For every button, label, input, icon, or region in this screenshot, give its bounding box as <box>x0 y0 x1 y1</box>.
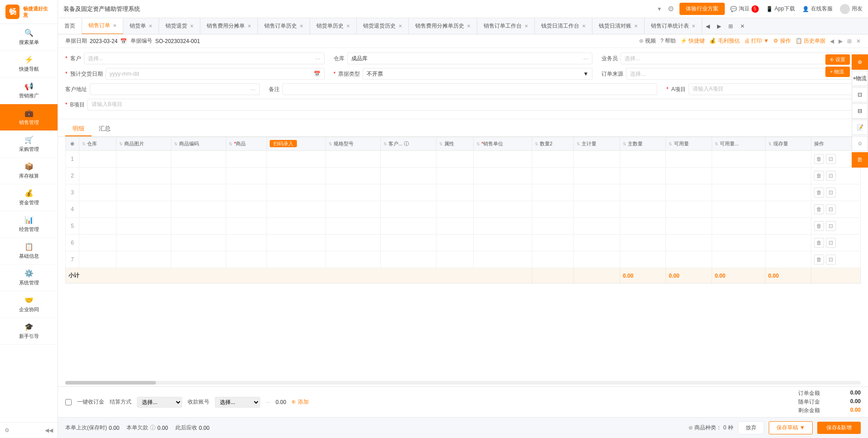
address-dots[interactable]: ··· <box>250 86 256 93</box>
logistics-btn[interactable]: + 物流 <box>825 67 850 77</box>
sidebar-item-quick[interactable]: ⚡ 快捷导航 <box>0 51 58 77</box>
tab-summary[interactable]: 汇总 <box>92 122 118 136</box>
rsb-btn4[interactable]: ☆ <box>852 136 868 151</box>
row-1-spec[interactable] <box>325 151 380 168</box>
tab-detail[interactable]: 明细 <box>65 122 92 136</box>
quick-pay-checkbox[interactable] <box>65 399 72 405</box>
tab-stats[interactable]: 销售订单统计表 ✕ <box>645 18 702 34</box>
row-1-attribute[interactable] <box>436 151 473 168</box>
tab-sales-order-close[interactable]: ✕ <box>113 23 116 28</box>
address-input[interactable]: ··· <box>90 83 260 95</box>
toolbar-profit-btn[interactable]: 💰 毛利预估 <box>709 37 739 45</box>
invoice-type-select[interactable]: 不开票 ▼ <box>363 68 592 80</box>
account-select[interactable]: 选择... <box>215 397 260 408</box>
warehouse-input[interactable]: 成品库 ··· <box>347 53 593 64</box>
staff-input[interactable]: 选择... ··· <box>621 53 861 64</box>
sidebar-item-guide[interactable]: 🎓 新手引导 <box>0 318 58 345</box>
sidebar-collapse-icon[interactable]: ◀◀ <box>45 427 53 433</box>
sidebar-item-finance[interactable]: 💰 资金管理 <box>0 184 58 211</box>
tab-fee-split-close[interactable]: ✕ <box>247 24 251 29</box>
tab-slip-history-close[interactable]: ✕ <box>346 24 350 29</box>
toolbar-ops-btn[interactable]: ⚙ 操作 <box>773 37 790 45</box>
toolbar-expand-btn[interactable]: ▶ <box>839 38 843 44</box>
discard-btn[interactable]: 放弃 <box>738 421 764 434</box>
row-2-product[interactable] <box>226 168 267 184</box>
row-3-copy-btn[interactable]: ⊡ <box>826 188 836 197</box>
row-2-available2[interactable] <box>712 168 765 184</box>
tab-order-history[interactable]: 销售订单历史 ✕ <box>258 18 310 34</box>
row-1-warehouse[interactable] <box>79 151 116 168</box>
row-1-qty2[interactable] <box>532 151 574 168</box>
online-service-btn[interactable]: 👤 在线客服 <box>802 5 833 13</box>
row-1-main-qty[interactable] <box>620 151 666 168</box>
toolbar-collapse-btn[interactable]: ◀ <box>830 38 834 44</box>
row-2-main-unit[interactable] <box>574 168 620 184</box>
row-1-code[interactable] <box>171 151 226 168</box>
row-2-qty2[interactable] <box>532 168 574 184</box>
row-2-copy-btn[interactable]: ⊡ <box>826 171 836 181</box>
sidebar-item-marketing[interactable]: 📢 营销推广 <box>0 77 58 104</box>
warehouse-dots[interactable]: ··· <box>583 55 589 62</box>
tab-daily-workbench-close[interactable]: ✕ <box>582 24 586 29</box>
tab-prev-btn[interactable]: ◀ <box>702 18 713 34</box>
row-1-customer-code[interactable] <box>380 151 436 168</box>
save-new-btn[interactable]: 保存&新增 <box>817 422 861 434</box>
calendar-icon[interactable]: 📅 <box>120 38 127 44</box>
payment-method-select[interactable]: 选择... <box>137 397 182 408</box>
settings-btn[interactable]: ⊕ 设置 <box>825 54 850 65</box>
tab-order-workbench-close[interactable]: ✕ <box>524 24 528 29</box>
row-2-image[interactable] <box>116 168 171 184</box>
rsb-btn3[interactable]: 📝 <box>852 120 868 135</box>
user-btn[interactable]: 用友 <box>840 4 863 14</box>
row-4-copy-btn[interactable]: ⊡ <box>826 204 836 214</box>
save-draft-btn[interactable]: 保存草稿 ▼ <box>769 421 813 434</box>
rsb-btn1[interactable]: ⊡ <box>852 87 868 102</box>
b-project-input[interactable]: 请输入B项目 <box>87 99 861 111</box>
row-2-scan[interactable] <box>267 168 325 184</box>
row-6-copy-btn[interactable]: ⊡ <box>826 238 836 248</box>
row-1-delete-btn[interactable]: 🗑 <box>814 154 824 164</box>
tab-slip-history[interactable]: 销货单历史 ✕ <box>310 18 357 34</box>
sidebar-item-inventory[interactable]: 📦 库存核算 <box>0 158 58 184</box>
remark-input[interactable] <box>282 83 658 95</box>
rsb-btn2[interactable]: ⊟ <box>852 103 868 119</box>
tab-close-all-btn[interactable]: ✕ <box>737 18 748 34</box>
tab-sales-slip-close[interactable]: ✕ <box>149 24 152 29</box>
tab-order-workbench[interactable]: 销售订单工作台 ✕ <box>477 18 535 34</box>
toolbar-help-btn[interactable]: ? 帮助 <box>660 37 676 45</box>
toolbar-history-btn[interactable]: 📋 历史单据 <box>795 37 825 45</box>
row-2-delete-btn[interactable]: 🗑 <box>814 171 824 181</box>
sidebar-item-purchase[interactable]: 🛒 采购管理 <box>0 131 58 158</box>
tab-return-history[interactable]: 销货退货历史 ✕ <box>357 18 409 34</box>
col-scan[interactable]: 扫码录入 <box>267 137 325 151</box>
tab-daily-workbench[interactable]: 钱货日清工作台 ✕ <box>535 18 592 34</box>
tab-stats-close[interactable]: ✕ <box>692 24 695 29</box>
row-3-delete-btn[interactable]: 🗑 <box>814 188 824 197</box>
message-btn[interactable]: 💬 淘豆 5 <box>730 5 759 13</box>
tab-fee-history-close[interactable]: ✕ <box>467 24 470 29</box>
rsb-add-goods[interactable]: +物流 <box>852 71 868 86</box>
row-7-delete-btn[interactable]: 🗑 <box>814 255 824 265</box>
tab-return-history-close[interactable]: ✕ <box>398 24 402 29</box>
row-1-copy-btn[interactable]: ⊡ <box>826 154 836 164</box>
row-7-copy-btn[interactable]: ⊡ <box>826 255 836 265</box>
sidebar-item-search[interactable]: 🔍 搜索菜单 <box>0 24 58 51</box>
row-2-available[interactable] <box>666 168 712 184</box>
row-5-copy-btn[interactable]: ⊡ <box>826 221 836 231</box>
row-3-warehouse[interactable] <box>79 184 116 201</box>
tab-sales-return[interactable]: 销货退货 ✕ <box>159 18 200 34</box>
dots-btn2[interactable]: ··· <box>266 399 270 405</box>
tab-fee-history[interactable]: 销售费用分摊单历史 ✕ <box>409 18 477 34</box>
toolbar-grid-btn[interactable]: ⊞ <box>847 38 852 44</box>
customer-input[interactable]: 选择... ··· <box>84 53 325 64</box>
row-1-scan[interactable] <box>267 151 325 168</box>
sidebar-item-basic[interactable]: 📋 基础信息 <box>0 238 58 265</box>
delivery-date-input[interactable]: yyyy-mm-dd 📅 <box>106 68 325 80</box>
add-payment-btn[interactable]: ⊕ 添加 <box>291 398 308 406</box>
industry-btn[interactable]: 体验行业方案 <box>679 3 725 15</box>
row-2-warehouse[interactable] <box>79 168 116 184</box>
current-debt-info[interactable]: ⓘ <box>150 424 155 432</box>
row-6-delete-btn[interactable]: 🗑 <box>814 238 824 248</box>
row-2-unit[interactable] <box>473 168 532 184</box>
tab-sales-order[interactable]: 销售订单 ✕ <box>82 18 123 34</box>
